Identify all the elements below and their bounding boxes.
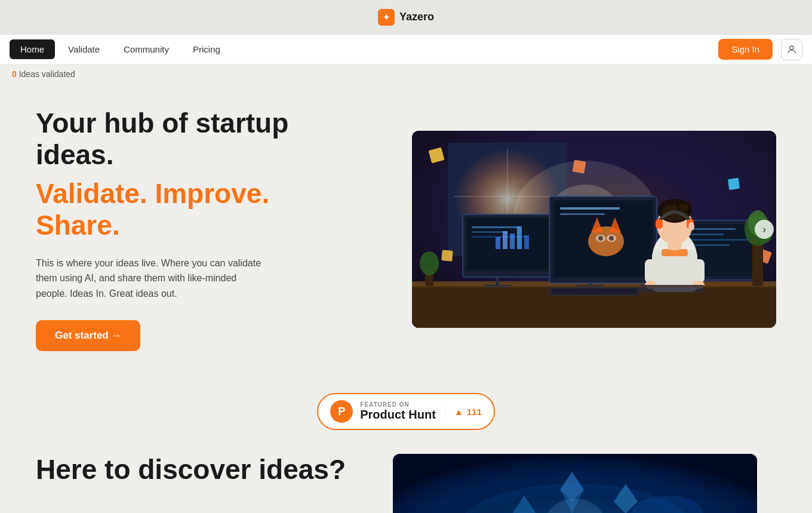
svg-rect-69 xyxy=(572,160,586,174)
svg-rect-44 xyxy=(688,234,724,235)
ph-logo: P xyxy=(330,400,353,423)
svg-rect-23 xyxy=(517,226,522,249)
hero-illustration: › xyxy=(412,131,776,328)
ideas-count: 0 xyxy=(12,69,17,79)
svg-rect-70 xyxy=(728,178,740,190)
top-bar: ✦ Yazero xyxy=(0,0,812,35)
svg-rect-80 xyxy=(412,286,776,287)
svg-point-67 xyxy=(688,222,694,231)
svg-rect-55 xyxy=(645,259,657,283)
ph-featured-label: FEATURED ON xyxy=(360,401,436,408)
product-hunt-section: P FEATURED ON Product Hunt ▲ 111 xyxy=(0,375,812,454)
ph-product-name: Product Hunt xyxy=(360,408,436,422)
svg-rect-32 xyxy=(560,213,605,215)
svg-rect-18 xyxy=(472,231,508,233)
svg-text:›: › xyxy=(762,223,766,235)
svg-rect-56 xyxy=(693,259,705,283)
nav-validate-button[interactable]: Validate xyxy=(57,39,110,59)
bottom-title: Here to discover ideas? xyxy=(36,454,369,486)
get-started-button[interactable]: Get started → xyxy=(36,320,140,351)
bottom-illustration xyxy=(393,454,757,513)
svg-rect-49 xyxy=(551,288,637,294)
svg-point-39 xyxy=(609,236,614,241)
svg-rect-45 xyxy=(688,239,748,241)
ph-upvote-icon: ▲ xyxy=(454,407,463,417)
svg-rect-73 xyxy=(639,285,705,292)
hero-section: Your hub of startup ideas. Validate. Imp… xyxy=(0,84,812,375)
nav-home-button[interactable]: Home xyxy=(10,39,55,59)
hero-right: › xyxy=(358,131,776,328)
hero-title: Your hub of startup ideas. xyxy=(36,107,334,171)
nav-bar: Home Validate Community Pricing Sign In xyxy=(0,35,812,64)
user-icon[interactable] xyxy=(781,39,802,60)
product-hunt-badge[interactable]: P FEATURED ON Product Hunt ▲ 111 xyxy=(317,393,495,430)
svg-rect-22 xyxy=(510,234,515,249)
svg-rect-31 xyxy=(560,207,620,210)
sign-in-button[interactable]: Sign In xyxy=(718,39,773,60)
svg-rect-20 xyxy=(496,237,500,249)
ideas-label-text: Ideas validated xyxy=(19,69,75,79)
hero-image: › xyxy=(412,131,776,328)
hero-description: This is where your ideas live. Where you… xyxy=(36,256,263,302)
stats-bar: 0 Ideas validated xyxy=(0,64,812,84)
ph-text-area: FEATURED ON Product Hunt xyxy=(360,401,436,422)
nav-pricing-button[interactable]: Pricing xyxy=(182,39,231,59)
logo-icon: ✦ xyxy=(378,9,395,26)
svg-rect-24 xyxy=(524,235,529,249)
svg-rect-21 xyxy=(503,231,508,249)
svg-point-0 xyxy=(790,46,793,50)
svg-rect-43 xyxy=(688,228,736,230)
svg-point-79 xyxy=(420,251,439,275)
svg-point-64 xyxy=(679,203,688,211)
ph-vote-count: 111 xyxy=(467,407,482,417)
svg-rect-72 xyxy=(441,250,453,262)
hero-left: Your hub of startup ideas. Validate. Imp… xyxy=(36,107,334,351)
svg-rect-65 xyxy=(656,219,663,229)
logo-text: Yazero xyxy=(399,11,434,23)
svg-point-38 xyxy=(598,236,603,241)
svg-rect-17 xyxy=(472,226,519,228)
bottom-left: Here to discover ideas? xyxy=(36,454,369,486)
nav-community-button[interactable]: Community xyxy=(113,39,180,59)
bottom-right xyxy=(393,454,776,513)
bottom-image xyxy=(393,454,757,513)
ph-votes: ▲ 111 xyxy=(445,407,482,417)
bottom-section: Here to discover ideas? xyxy=(0,454,812,513)
logo-area: ✦ Yazero xyxy=(378,9,434,26)
hero-subtitle: Validate. Improve. Share. xyxy=(36,178,334,241)
